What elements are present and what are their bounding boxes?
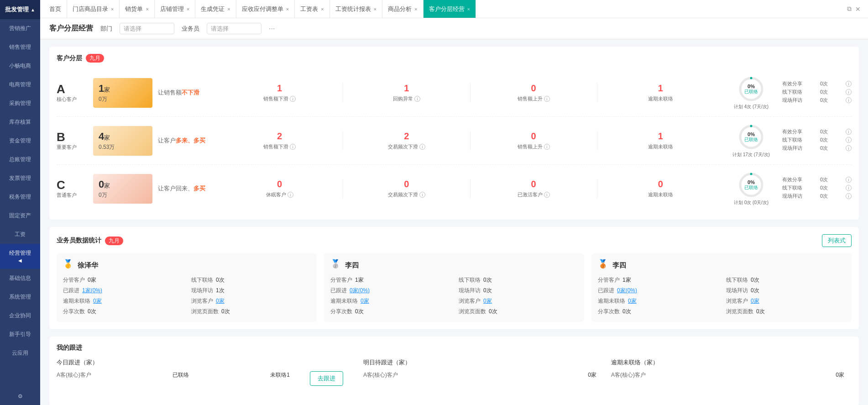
info-icon[interactable]: i <box>846 81 852 87</box>
sidebar-item-dianshang[interactable]: 电商管理 <box>0 75 40 94</box>
circle-center-b: 0% 已联络 <box>744 132 758 142</box>
dept-select[interactable]: 请选择 <box>120 23 174 34</box>
tab-salary-report[interactable]: 工资统计报表 × <box>330 0 382 18</box>
tier-stat-label: 销售额下滑 i <box>220 95 339 102</box>
tab-close-icon[interactable]: × <box>321 6 324 12</box>
info-icon[interactable]: i <box>846 97 852 103</box>
info-icon[interactable]: i <box>846 177 852 183</box>
follow-row-value2: 未联络1 <box>270 371 290 379</box>
sidebar-item-kucun[interactable]: 库存核算 <box>0 113 40 131</box>
tier-count-block-a: 1家 0万 <box>93 78 152 108</box>
tab-close-icon[interactable]: × <box>286 6 289 12</box>
info-icon[interactable]: i <box>846 137 852 143</box>
sidebar-item-zongzhang[interactable]: 总账管理 <box>0 150 40 169</box>
sidebar-item-xiaodian[interactable]: 小畅电商 <box>0 57 40 75</box>
tier-stat-label: 逾期未联络 <box>601 95 720 102</box>
info-icon[interactable]: i <box>290 144 296 150</box>
info-icon[interactable]: i <box>846 89 852 95</box>
sidebar-header[interactable]: 批发管理 ▲ <box>0 0 40 19</box>
tab-home[interactable]: 首页 <box>44 0 67 18</box>
sidebar-item-label: 小畅电商 <box>2 62 38 70</box>
circle-pct-a: 0% <box>744 84 758 89</box>
sidebar-item-jichu[interactable]: 基础信息 <box>0 269 40 288</box>
info-icon[interactable]: i <box>290 96 296 102</box>
tab-label: 销货单 <box>125 5 143 13</box>
tier-slogan-highlight-a: 不下滑 <box>182 89 199 96</box>
staff-name-2: 李四 <box>612 261 626 270</box>
more-filters-icon[interactable]: ··· <box>269 25 275 33</box>
tab-receivable[interactable]: 应收应付调整单 × <box>236 0 295 18</box>
tier-letter-c: C <box>57 179 93 191</box>
goto-follow-button[interactable]: 去跟进 <box>310 371 343 386</box>
sidebar-item-zijin[interactable]: 资金管理 <box>0 131 40 150</box>
info-icon[interactable]: i <box>846 145 852 151</box>
tab-close-icon[interactable]: × <box>111 6 114 12</box>
info-icon[interactable]: i <box>544 144 550 150</box>
follow-row-label: A客(核心)客户 <box>611 371 646 379</box>
info-icon[interactable]: i <box>288 192 293 198</box>
tab-goods-analysis[interactable]: 商品分析 × <box>382 0 423 18</box>
tier-row-c: C 普通客户 0家 0万 让客户回来、多买 0 休眠客户 <box>57 165 852 212</box>
tab-salary[interactable]: 工资表 × <box>295 0 329 18</box>
sidebar-item-gongzi[interactable]: 工资 <box>0 225 40 244</box>
tier-label-c: C 普通客户 <box>57 179 93 199</box>
tab-close-icon[interactable]: × <box>374 6 376 12</box>
sidebar-item-xinshou[interactable]: 新手引导 <box>0 325 40 344</box>
staff-card-1: 🥈 李四 分管客户 1家 线下联络 0次 已跟进 <box>324 253 584 322</box>
overdue-follow-col: 逾期未联络（家） A客(核心)客户 0家 <box>604 358 852 382</box>
info-icon[interactable]: i <box>419 192 425 198</box>
tab-sale-order[interactable]: 销货单 × <box>120 0 154 18</box>
sidebar-item-jingying[interactable]: 经营管理 ◀ <box>0 244 40 269</box>
follow-row-label: A客(核心)客户 <box>363 371 398 379</box>
sidebar-item-label: 工资 <box>2 231 38 238</box>
list-view-button[interactable]: 列表式 <box>822 234 852 247</box>
staff-overdue-link[interactable]: 0家 <box>93 297 102 305</box>
sidebar-item-xiaoshou[interactable]: 销售管理 <box>0 38 40 57</box>
staff-select[interactable]: 请选择 <box>207 23 261 34</box>
sidebar-item-yingxiao[interactable]: 营销推广 <box>0 19 40 38</box>
tab-close-icon[interactable]: × <box>467 6 470 12</box>
tier-stat-num: 0 <box>474 83 593 94</box>
tab-voucher[interactable]: 生成凭证 × <box>195 0 236 18</box>
tab-label: 工资表 <box>300 5 318 13</box>
sidebar-item-label: 电商管理 <box>2 81 38 89</box>
sidebar-item-gudingzichan[interactable]: 固定资产 <box>0 206 40 225</box>
goto-follow-btn-wrapper: 去跟进 <box>304 362 349 395</box>
window-close-icon[interactable]: ✕ <box>855 5 861 13</box>
sidebar-item-shuiwu[interactable]: 税务管理 <box>0 188 40 206</box>
info-icon[interactable]: i <box>846 129 852 135</box>
info-icon[interactable]: i <box>846 193 852 199</box>
tier-label-a: A 核心客户 <box>57 83 93 103</box>
staff-card-header-0: 🥇 徐泽华 <box>63 260 310 271</box>
tab-close-icon[interactable]: × <box>414 6 417 12</box>
staff-filter-label: 业务员 <box>182 25 199 33</box>
info-icon[interactable]: i <box>544 192 550 198</box>
info-icon[interactable]: i <box>544 96 550 102</box>
sidebar-item-label: 库存核算 <box>2 118 38 126</box>
tab-customer-tier[interactable]: 客户分层经营 × <box>424 0 476 18</box>
sidebar-item-xitong[interactable]: 系统管理 <box>0 288 40 306</box>
info-icon[interactable]: i <box>419 144 425 150</box>
staff-followed-link[interactable]: 1家(0%) <box>82 287 102 295</box>
sidebar-toggle-icon[interactable]: ▲ <box>31 7 35 12</box>
staff-name-0: 徐泽华 <box>78 261 98 270</box>
sidebar-settings[interactable]: ⚙ <box>0 388 40 405</box>
tier-stat-c-2: 0 已激活客户 i <box>471 179 597 198</box>
sidebar-item-caigou[interactable]: 采购管理 <box>0 94 40 113</box>
info-icon[interactable]: i <box>414 96 420 102</box>
tab-store-goods[interactable]: 门店商品目录 × <box>67 0 120 18</box>
tier-amount-b: 0.53万 <box>99 143 147 151</box>
sidebar-item-yun[interactable]: 云应用 <box>0 344 40 363</box>
tab-close-icon[interactable]: × <box>227 6 230 12</box>
info-icon[interactable]: i <box>846 185 852 191</box>
follow-section-header: 我的跟进 <box>57 344 852 352</box>
tab-store-manage[interactable]: 店铺管理 × <box>155 0 195 18</box>
window-restore-icon[interactable]: ⧉ <box>847 5 852 13</box>
sidebar-item-qiye[interactable]: 企业协同 <box>0 306 40 325</box>
sidebar-item-fapiao[interactable]: 发票管理 <box>0 169 40 188</box>
staff-stats-section: 业务员数据统计 九月 列表式 🥇 徐泽华 分管客户 0家 <box>49 227 859 329</box>
tier-circle-a: 0% 已联络 计划 4次 (7天/次) <box>724 75 779 110</box>
tier-stat-num: 1 <box>347 83 466 94</box>
tab-close-icon[interactable]: × <box>187 6 189 12</box>
tab-close-icon[interactable]: × <box>146 6 148 12</box>
